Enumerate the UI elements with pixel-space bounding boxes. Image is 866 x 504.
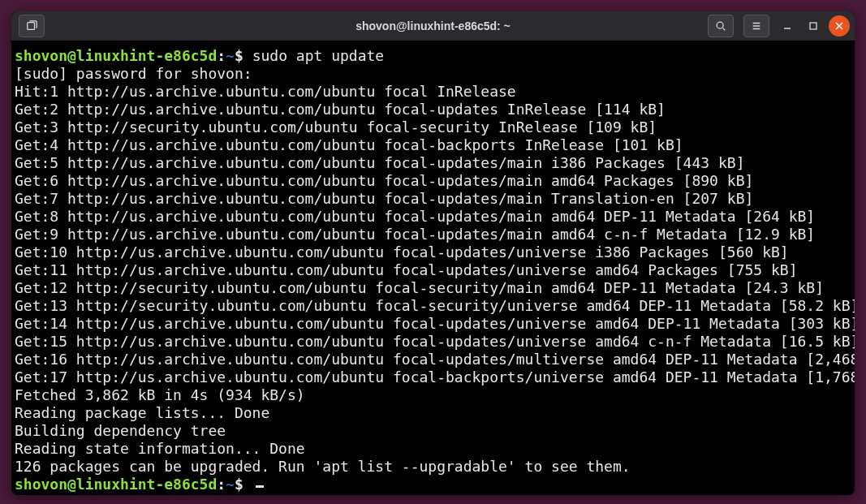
output-line: Reading package lists... Done: [15, 404, 851, 422]
terminal-body[interactable]: shovon@linuxhint-e86c5d:~$ sudo apt upda…: [11, 41, 855, 495]
command-text: sudo apt update: [252, 47, 385, 64]
search-button[interactable]: [708, 15, 734, 37]
prompt-user-host: shovon@linuxhint-e86c5d: [15, 47, 217, 64]
output-line: Reading state information... Done: [15, 440, 851, 458]
prompt-line: shovon@linuxhint-e86c5d:~$: [15, 476, 851, 493]
maximize-icon: [809, 22, 817, 30]
output-line: Get:2 http://us.archive.ubuntu.com/ubunt…: [15, 101, 851, 118]
output-line: Get:10 http://us.archive.ubuntu.com/ubun…: [15, 243, 851, 261]
output-line: Get:4 http://us.archive.ubuntu.com/ubunt…: [15, 136, 851, 154]
close-icon: [835, 22, 843, 30]
output-line: 126 packages can be upgraded. Run 'apt l…: [15, 458, 851, 476]
svg-rect-2: [810, 23, 816, 29]
output-line: [sudo] password for shovon:: [15, 65, 851, 83]
prompt-dollar: $: [235, 47, 252, 64]
output-line: Get:7 http://us.archive.ubuntu.com/ubunt…: [15, 190, 851, 208]
output-line: Fetched 3,862 kB in 4s (934 kB/s): [15, 386, 851, 404]
titlebar: shovon@linuxhint-e86c5d: ~: [11, 11, 855, 41]
maximize-button[interactable]: [803, 15, 824, 37]
titlebar-right: [705, 15, 855, 37]
svg-rect-0: [28, 23, 35, 30]
prompt-user-host: shovon@linuxhint-e86c5d: [15, 476, 217, 493]
hamburger-icon: [751, 20, 762, 32]
close-button[interactable]: [829, 15, 850, 37]
minimize-button[interactable]: [777, 15, 798, 37]
prompt-dollar: $: [235, 476, 252, 493]
terminal-window: shovon@linuxhint-e86c5d: ~ shovon@linuxh…: [11, 11, 855, 495]
minimize-icon: [782, 21, 792, 31]
prompt-path: ~: [226, 476, 235, 493]
output-line: Get:6 http://us.archive.ubuntu.com/ubunt…: [15, 172, 851, 190]
cursor: [256, 485, 264, 488]
output-line: Get:8 http://us.archive.ubuntu.com/ubunt…: [15, 208, 851, 226]
svg-point-1: [717, 22, 723, 28]
output-line: Get:17 http://us.archive.ubuntu.com/ubun…: [15, 368, 851, 386]
output-line: Get:9 http://us.archive.ubuntu.com/ubunt…: [15, 226, 851, 243]
output-line: Get:15 http://us.archive.ubuntu.com/ubun…: [15, 333, 851, 351]
prompt-path: ~: [226, 47, 235, 64]
output-line: Get:11 http://us.archive.ubuntu.com/ubun…: [15, 261, 851, 279]
new-tab-icon: [26, 20, 37, 32]
output-line: Get:13 http://security.ubuntu.com/ubuntu…: [15, 297, 851, 315]
new-tab-button[interactable]: [19, 15, 45, 37]
prompt-line: shovon@linuxhint-e86c5d:~$ sudo apt upda…: [15, 47, 851, 65]
output-line: Get:5 http://us.archive.ubuntu.com/ubunt…: [15, 154, 851, 172]
menu-button[interactable]: [743, 15, 769, 37]
output-line: Get:16 http://us.archive.ubuntu.com/ubun…: [15, 351, 851, 368]
output-block: [sudo] password for shovon:Hit:1 http://…: [15, 65, 851, 476]
titlebar-left: [11, 15, 47, 37]
output-line: Hit:1 http://us.archive.ubuntu.com/ubunt…: [15, 83, 851, 101]
prompt-sep: :: [217, 47, 226, 64]
output-line: Get:3 http://security.ubuntu.com/ubuntu …: [15, 118, 851, 136]
output-line: Get:12 http://security.ubuntu.com/ubuntu…: [15, 279, 851, 297]
search-icon: [715, 20, 726, 32]
output-line: Building dependency tree: [15, 422, 851, 440]
output-line: Get:14 http://us.archive.ubuntu.com/ubun…: [15, 315, 851, 333]
prompt-sep: :: [217, 476, 226, 493]
